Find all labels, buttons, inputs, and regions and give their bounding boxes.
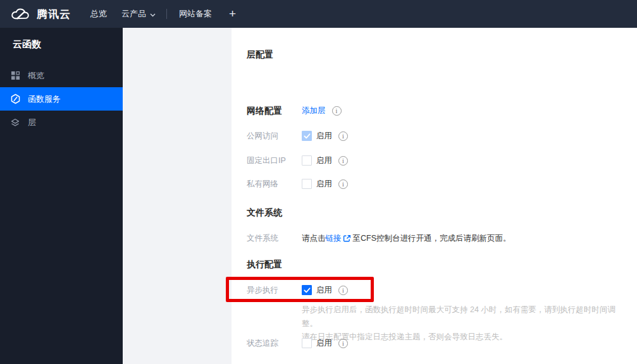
topnav-icp[interactable]: 网站备案 — [179, 8, 212, 20]
row-label-async-execution: 异步执行 — [247, 285, 302, 296]
sidebar-item-label: 函数服务 — [28, 94, 61, 105]
status-trace-row: 状态追踪 启用 i — [247, 336, 637, 350]
brand-name: 腾讯云 — [37, 7, 71, 21]
sidebar-item-function-service[interactable]: 函数服务 — [0, 87, 123, 111]
layers-icon — [9, 117, 21, 128]
section-heading-layer-config: 层配置 — [247, 49, 273, 61]
chevron-down-icon — [150, 9, 156, 19]
info-icon[interactable]: i — [338, 339, 348, 348]
add-layer-link[interactable]: 添加层 — [302, 106, 326, 116]
section-heading-execution-config: 执行配置 — [247, 259, 282, 270]
row-label-status-trace: 状态追踪 — [247, 338, 302, 349]
async-execution-checkbox[interactable] — [302, 285, 312, 295]
enable-label: 启用 — [316, 285, 332, 296]
topnav-divider — [166, 9, 167, 19]
row-label-public-access: 公网访问 — [247, 131, 302, 142]
row-label-vpc: 私有网络 — [247, 179, 302, 190]
sidebar-menu: 概览 函数服务 层 — [0, 64, 123, 134]
row-label-fixed-ip: 固定出口IP — [247, 155, 302, 166]
sidebar: 云函数 概览 函数服务 — [0, 28, 123, 364]
enable-label: 启用 — [316, 338, 332, 349]
info-icon[interactable]: i — [338, 179, 348, 189]
fixed-ip-checkbox[interactable] — [302, 155, 312, 166]
sidebar-item-label: 层 — [28, 117, 36, 128]
external-link-icon[interactable] — [343, 234, 351, 243]
public-access-row: 公网访问 启用 i — [247, 129, 637, 143]
filesystem-row: 文件系统 请点击链接 至CFS控制台进行开通，完成后请刷新页面。 — [247, 231, 637, 245]
section-heading-filesystem: 文件系统 — [247, 207, 282, 219]
layer-row: 层 添加层 i — [247, 104, 637, 118]
function-icon — [9, 94, 21, 105]
grid-icon — [9, 70, 21, 82]
info-icon[interactable]: i — [332, 106, 342, 116]
enable-label: 启用 — [316, 155, 332, 166]
sidebar-item-layers[interactable]: 层 — [0, 111, 123, 134]
filesystem-text-before: 请点击 — [302, 233, 326, 244]
info-icon[interactable]: i — [338, 156, 348, 166]
tencent-cloud-logo-icon — [10, 6, 31, 21]
help-line-1: 异步执行启用后，函数执行超时时间最大可支持 24 小时，如有需要，请到执行超时时… — [302, 303, 631, 331]
vpc-checkbox[interactable] — [302, 179, 312, 189]
topnav-products-label: 云产品 — [121, 8, 146, 20]
enable-label: 启用 — [316, 179, 332, 190]
section-heading-network-config: 网络配置 — [247, 106, 282, 117]
row-label-filesystem: 文件系统 — [247, 233, 302, 244]
async-execution-row: 异步执行 启用 i — [247, 283, 637, 297]
topnav-products[interactable]: 云产品 — [121, 8, 156, 20]
function-config-panel: 层配置 层 添加层 i 网络配置 公网访问 启用 i 固定出口IP 启用 i 私… — [232, 28, 637, 364]
vpc-row: 私有网络 启用 i — [247, 177, 637, 191]
filesystem-text-after: 至CFS控制台进行开通，完成后请刷新页面。 — [353, 233, 511, 244]
add-tab-button[interactable]: + — [229, 7, 236, 21]
status-trace-checkbox[interactable] — [302, 338, 312, 348]
topnav-overview[interactable]: 总览 — [90, 8, 107, 20]
public-access-checkbox[interactable] — [302, 131, 312, 141]
info-icon[interactable]: i — [338, 131, 348, 141]
cfs-console-link[interactable]: 链接 — [326, 233, 342, 244]
sidebar-item-overview[interactable]: 概览 — [0, 64, 123, 87]
brand[interactable]: 腾讯云 — [10, 6, 71, 21]
info-icon[interactable]: i — [338, 286, 348, 295]
fixed-ip-row: 固定出口IP 启用 i — [247, 154, 637, 167]
topbar: 腾讯云 总览 云产品 网站备案 + — [0, 0, 637, 28]
sidebar-item-label: 概览 — [28, 70, 44, 82]
sidebar-title: 云函数 — [13, 39, 123, 52]
enable-label: 启用 — [316, 131, 332, 142]
secondary-panel — [123, 28, 232, 364]
